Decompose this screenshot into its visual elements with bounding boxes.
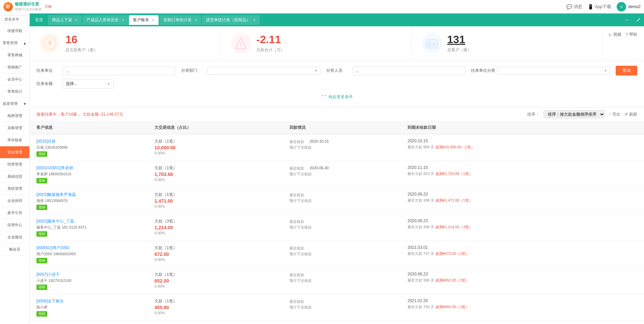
stat-info-total: 131 总客户（家）	[447, 33, 472, 53]
video-help-button[interactable]: ▷ 视频	[609, 32, 621, 37]
sidebar-item-base[interactable]: 基础信息	[0, 171, 29, 183]
orange-nav-link[interactable]: 示账	[45, 4, 52, 9]
unit-category-select[interactable]: ▼	[497, 67, 610, 75]
customer-name-2[interactable]: [0003]畅捷服务尹海蕊	[36, 192, 155, 198]
message-button[interactable]: 💬 消息	[566, 4, 582, 10]
customer-name-1[interactable]: [0001020001]李老师	[36, 165, 155, 171]
table-row: [0001020001]李老师 李老师 18600391516 现销 欠款（1笔…	[30, 161, 644, 188]
top-bar-right: 💬 消息 📱 App下载 d demo2	[566, 2, 641, 11]
tab-home[interactable]: 首页	[31, 15, 47, 25]
debt-info-5: 欠款（1笔） 652.00 0.00%	[155, 272, 289, 288]
tab-close-customer-account[interactable]: ✕	[152, 18, 155, 22]
overdue-link-0[interactable]: 超期¥10,000.00（1笔）	[436, 145, 475, 149]
sidebar-item-member[interactable]: 会员中心	[0, 73, 29, 86]
sidebar-item-wechat[interactable]: 企业微信	[0, 231, 29, 243]
due-date-info-4: 2021.03.01 最长欠款 747 天 超期¥672.00（1笔）	[408, 245, 637, 256]
filter-manager: 分管人员 ...	[326, 66, 466, 75]
sidebar-item-retail-mall[interactable]: 零售商城	[0, 49, 29, 61]
sidebar-item-inventory[interactable]: 库存核算	[0, 134, 29, 146]
sidebar-item-marketing[interactable]: 营销推广	[0, 61, 29, 73]
source-unit-input[interactable]: ...	[63, 66, 176, 75]
tab-goods-stats[interactable]: 进货单统计表（按商品） ✕	[202, 15, 260, 25]
collection-info-1: 最近收款 2020-06-30 预计下次收款	[289, 165, 408, 177]
customer-info-5: [0007]小进干 小进干 18279152100 现销	[36, 272, 155, 290]
stat-card-debt: ! -2.11 欠款合计（万）	[221, 26, 412, 60]
overdue-link-4[interactable]: 超期¥672.00（1笔）	[436, 252, 470, 256]
overdue-link-2[interactable]: 超期¥1,471.00（1笔）	[436, 198, 473, 202]
filter-source-unit: 往来单位 ...	[36, 66, 176, 75]
overdue-link-1[interactable]: 超期¥1,703.68（1笔）	[436, 172, 473, 176]
tab-close-production-history[interactable]: ✕	[121, 18, 124, 22]
tab-close-goods-stats[interactable]: ✕	[253, 18, 256, 22]
sidebar-item-apps[interactable]: 应用中心	[0, 219, 29, 231]
customer-name-4[interactable]: [000002]用户2050	[36, 245, 155, 251]
stats-panel: ¥ 16 总欠款客户（家） !	[30, 26, 644, 60]
sidebar-item-purchase[interactable]: 采购管理	[0, 122, 29, 134]
user-avatar: d	[617, 2, 626, 11]
export-button[interactable]: ↑ 导出	[609, 112, 620, 117]
help-icon: ?	[625, 32, 628, 37]
collection-info-3: 最近收款 预计下次收款	[289, 218, 408, 231]
debt-info-1: 欠款（1笔） 1,703.68 0.00%	[155, 165, 289, 182]
logo-icon: 好	[3, 2, 13, 11]
table-row: [0002]服务中心_丁磊 服务中心_丁磊 181 0125 8371 现销 欠…	[30, 214, 644, 241]
customer-name-0[interactable]: [0016]吕俊	[36, 139, 155, 144]
tab-purchase-order[interactable]: 采购订单统计表 ✕	[159, 15, 201, 25]
refresh-button[interactable]: ↺ 刷新	[624, 112, 637, 117]
tab-close-purchase-order[interactable]: ✕	[194, 18, 197, 22]
help-button[interactable]: ? 帮助	[625, 32, 637, 37]
overdue-link-3[interactable]: 超期¥1,214.00（3笔）	[436, 225, 473, 229]
tab-production-history[interactable]: 产成品入库单历史 ✕	[82, 15, 128, 25]
overdue-link-6[interactable]: 超期¥455.90（1笔）	[436, 305, 470, 309]
filter-dept: 分管部门 ▼	[181, 67, 320, 75]
sidebar-item-batch-manage[interactable]: 批发管理 ▼	[0, 98, 29, 110]
sort-select[interactable]: 排序：按欠款金额倒序排序	[543, 110, 605, 118]
filter-section: 往来单位 ... 分管部门 ▼	[30, 60, 644, 108]
stat-info-debt: -2.11 欠款合计（万）	[256, 33, 285, 53]
sidebar-item-ecom[interactable]: 电商管理	[0, 110, 29, 122]
manager-input[interactable]: ...	[353, 66, 466, 75]
sidebar-item-retail-stats[interactable]: 零售统计	[0, 86, 29, 98]
sidebar-item-vip[interactable]: 畅会员	[0, 243, 29, 256]
tab-customer-account[interactable]: 客户账本 ✕	[129, 15, 159, 25]
svg-text:!: !	[240, 41, 242, 47]
customer-name-6[interactable]: [0006]去下粮仓	[36, 298, 155, 304]
sidebar-item-guide[interactable]: 新手引导	[0, 207, 29, 219]
tab-bar: 首页 商品上下架 ✕ 产成品入库单历史 ✕ 客户账本 ✕ 采购订单统计表 ✕	[30, 13, 644, 26]
tab-maximize-button[interactable]: ⤢	[634, 16, 643, 24]
due-date-info-3: 2020.06.23 最长欠款 998 天 超期¥1,214.00（3笔）	[408, 218, 637, 230]
top-bar: 好 畅捷通好生意 母婴行业演示账套 示账 💬 消息 📱 App下载 d demo…	[0, 0, 644, 13]
customer-name-5[interactable]: [0007]小进干	[36, 272, 155, 277]
search-button[interactable]: 查询	[616, 66, 637, 76]
stat-card-total: 131 总客户（家）	[412, 26, 603, 60]
balance-select[interactable]: 选择... ▼	[63, 79, 113, 89]
top-bar-left: 好 畅捷通好生意 母婴行业演示账套 示账	[3, 1, 52, 12]
sidebar-item-finance[interactable]: 资金管理	[0, 146, 29, 158]
customer-name-3[interactable]: [0002]服务中心_丁磊	[36, 218, 155, 224]
overdue-link-5[interactable]: 超期¥652.00（1笔）	[436, 278, 470, 282]
filter-row-1: 往来单位 ... 分管部门 ▼	[36, 66, 637, 76]
results-bar: 搜索结果中，客户16家， 欠款金额 -21,148.07元 排序： 排序：按欠款…	[30, 108, 644, 121]
tab-products-offline[interactable]: 商品上下架 ✕	[48, 15, 82, 25]
sidebar-item-quick-nav[interactable]: 快捷导航	[0, 25, 29, 37]
search-menu-input[interactable]	[2, 16, 27, 23]
sidebar-item-retail-manage[interactable]: 零售管理 ▲	[0, 37, 29, 49]
tab-minimize-button[interactable]: －	[622, 16, 632, 24]
app-logo: 好 畅捷通好生意 母婴行业演示账套	[3, 1, 42, 12]
collapse-icon: ⌃⌃	[321, 94, 329, 99]
dept-select[interactable]: ▼	[207, 67, 320, 75]
user-menu[interactable]: d demo2	[617, 2, 641, 11]
tab-close-products-offline[interactable]: ✕	[75, 18, 78, 22]
sidebar-item-system[interactable]: 系统管理	[0, 183, 29, 195]
sidebar-item-ops[interactable]: 经营管理	[0, 158, 29, 171]
data-table: 客户信息 欠交易信息（占比） 回款情况 到期未收款日期 [0016]吕俊 吕俊 …	[30, 121, 644, 324]
results-actions: 排序： 排序：按欠款金额倒序排序 ↑ 导出 ↺ 刷新	[527, 110, 637, 118]
collapse-filter-button[interactable]: ⌃⌃ 收起更多条件	[36, 92, 637, 102]
stat-icon-customers: ¥	[40, 33, 60, 53]
tab-bar-actions: － ⤢	[622, 16, 643, 24]
app-download-button[interactable]: 📱 App下载	[588, 4, 611, 10]
sidebar-item-corp[interactable]: 企业协同	[0, 195, 29, 207]
table-row: [0016]吕俊 吕俊 13026203696 现销 欠款（1笔） 10,000…	[30, 135, 644, 161]
table-row: [000002]用户2050 用户2050 18665062050 现销 欠款（…	[30, 241, 644, 268]
collection-info-0: 最近收款 2020-10-15 预计下次收款	[289, 139, 408, 151]
